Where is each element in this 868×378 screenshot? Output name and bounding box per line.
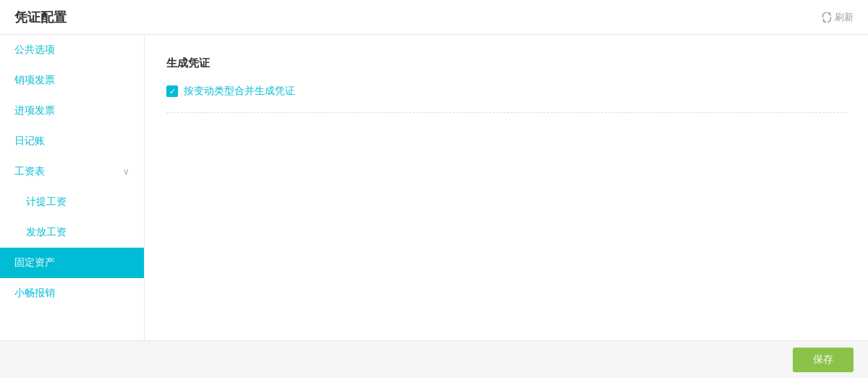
refresh-icon: [822, 12, 832, 22]
sidebar-item-label: 发放工资: [26, 226, 67, 239]
sidebar-item-sales-invoice[interactable]: 销项发票: [0, 65, 144, 96]
sidebar-item-expense-reimbursement[interactable]: 小畅报销: [0, 278, 144, 308]
save-button[interactable]: 保存: [793, 348, 854, 372]
sidebar-item-label: 公共选项: [14, 43, 55, 56]
checkbox-row: 按变动类型合并生成凭证: [166, 85, 846, 98]
sidebar: 公共选项 销项发票 进项发票 日记账 工资表 ∨ 计提工资 发放工资 固定资产 …: [0, 35, 145, 340]
sidebar-item-distribute-payroll[interactable]: 发放工资: [0, 217, 144, 248]
sidebar-item-label: 工资表: [14, 165, 45, 178]
section-title: 生成凭证: [166, 56, 846, 70]
sidebar-item-fixed-assets[interactable]: 固定资产: [0, 248, 144, 278]
refresh-label: 刷新: [835, 11, 854, 24]
header: 凭证配置 刷新: [0, 0, 868, 35]
sidebar-item-label: 小畅报销: [14, 287, 55, 300]
footer: 保存: [0, 340, 868, 378]
sidebar-item-calc-payroll[interactable]: 计提工资: [0, 187, 144, 217]
sidebar-item-purchase-invoice[interactable]: 进项发票: [0, 96, 144, 126]
sidebar-item-payroll-table[interactable]: 工资表 ∨: [0, 156, 144, 187]
sidebar-item-label: 固定资产: [14, 256, 55, 269]
chevron-down-icon: ∨: [123, 167, 129, 177]
main-layout: 公共选项 销项发票 进项发票 日记账 工资表 ∨ 计提工资 发放工资 固定资产 …: [0, 35, 868, 340]
section-divider: [166, 112, 846, 113]
sidebar-item-label: 日记账: [14, 135, 45, 148]
page-title: 凭证配置: [14, 9, 67, 26]
sidebar-item-journal[interactable]: 日记账: [0, 126, 144, 156]
refresh-button[interactable]: 刷新: [822, 11, 854, 24]
sidebar-item-public-options[interactable]: 公共选项: [0, 35, 144, 65]
merge-by-type-checkbox[interactable]: [166, 85, 178, 97]
content-area: 生成凭证 按变动类型合并生成凭证: [145, 35, 868, 340]
sidebar-item-label: 销项发票: [14, 74, 55, 87]
checkbox-label[interactable]: 按变动类型合并生成凭证: [184, 85, 295, 98]
sidebar-item-label: 进项发票: [14, 104, 55, 117]
sidebar-item-label: 计提工资: [26, 196, 67, 209]
